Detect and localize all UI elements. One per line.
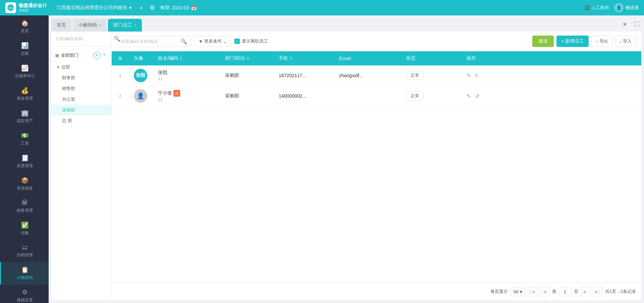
import-label: 导入 [623,38,632,44]
sidebar-item-ledger[interactable]: 📊 总账 [0,38,49,60]
user-area[interactable]: 👤 畅捷通 [614,3,639,12]
row2-email-cell [334,86,401,106]
close-tab-button[interactable]: ✕ [620,19,629,29]
sidebar-item-home[interactable]: 🏠 首页 [0,15,49,38]
col-status: 状态 [401,51,461,65]
tab-dept-employee[interactable]: 部门员工 × [108,19,142,32]
dept-search-input[interactable] [55,36,112,41]
current-page-input[interactable] [559,287,571,296]
export-button[interactable]: ↑ 导出 [591,36,612,47]
checkout-icon: ✅ [21,221,29,229]
sidebar-item-archive[interactable]: 🗂 归档管理 [0,240,49,262]
sidebar-item-reports[interactable]: 📈 云报表中心 [0,60,49,83]
tab-dept-close[interactable]: × [134,23,137,28]
col-dept[interactable]: 部门/职位 ⇅ [220,51,273,65]
dept-node-caiwu[interactable]: 财务部 [51,72,111,83]
employee-search-input[interactable] [121,39,178,44]
show-resigned-checkbox[interactable]: ✓ [234,39,240,44]
dept-tree: ⊞ 全部部门 ✎ « ▼ 总部 [51,46,111,300]
employee-toolbar: 🔍 ▼ 更多条件 ⌄ ✓ 显示离职员工 邀请 [112,32,641,51]
invite-button[interactable]: 邀请 [532,36,554,47]
add-button[interactable]: ＋ [138,4,144,12]
row2-refresh-icon[interactable]: ↺ [475,93,479,99]
collapse-tree-icon[interactable]: « [102,52,107,57]
dept-node-xiaoshou[interactable]: 销售部 [51,83,111,94]
row1-edit-icon[interactable]: ✎ [467,72,471,79]
logo-area: 好会计 畅捷通好会计 旗舰版 [5,2,54,13]
sidebar-label-xiaochang: 小畅报销 [17,275,33,281]
row1-logout-icon[interactable]: ⎋ [475,72,478,79]
import-button[interactable]: ↓ 导入 [615,36,636,47]
sidebar-item-funds[interactable]: 💰 资金管理 [0,83,49,105]
row2-name: 宁小壹 [158,90,172,96]
col-settings: ⚙ [112,51,128,65]
sidebar-item-tax[interactable]: 🏛 税务管理 [0,195,49,217]
filter-icon: ▼ [199,39,203,44]
tab-xiaochang-close[interactable]: × [99,23,101,28]
employee-table-body: 1 张熙 张熙 11 [112,65,641,106]
dept-sort-icon: ⇅ [247,56,250,60]
row1-status-cell: 正常 [401,65,461,86]
col-name[interactable]: 姓名/编码 ⇅ [153,51,220,65]
search-icon[interactable]: 🔍 [180,38,187,45]
dept-node-bangongshi[interactable]: 办公室 [51,94,111,105]
expand-tab-button[interactable]: ⛶ [632,19,641,29]
settings-button[interactable]: ⚙ [150,4,155,11]
col-email: Email [334,51,401,65]
user-name: 畅捷通 [626,5,639,11]
last-page-button[interactable]: ▶| [593,287,602,296]
dept-node-zongbu-child[interactable]: 总 部 [51,115,111,126]
expand-arrow: ▼ [57,65,60,69]
header-actions: ＋ ⚙ 账期 2023-03 📅 [138,4,197,12]
page-of-label: 页 [574,289,578,295]
calendar-icon[interactable]: 📅 [191,5,197,10]
add-label: + 新增员工 [561,38,584,44]
page-size-value: 50 [514,289,518,294]
home-icon: 🏠 [21,19,29,27]
sidebar-item-settings[interactable]: ⚙ 基础设置 [0,285,49,303]
dept-node-caigou[interactable]: 采购部 [51,105,111,115]
dept-caiwu-label: 财务部 [62,75,75,81]
prev-page-button[interactable]: ◀ [540,287,549,296]
dept-caigou-label: 采购部 [62,107,75,113]
first-page-button[interactable]: |◀ [528,287,537,296]
row2-status: 正常 [406,92,424,100]
row2-edit-icon[interactable]: ✎ [467,93,471,99]
row1-actions: ✎ ⎋ [467,72,636,79]
show-resigned-toggle[interactable]: ✓ 显示离职员工 [234,38,268,44]
dept-node-zongbu-parent[interactable]: ▼ 总部 [51,62,111,72]
col-phone[interactable]: 手机 ⇅ [273,51,334,65]
row2-name-row: 宁小壹 应 [158,90,214,97]
support-label: 人工咨询 [591,5,609,11]
employee-panel: 🔍 ▼ 更多条件 ⌄ ✓ 显示离职员工 邀请 [112,32,641,300]
support-button[interactable]: 🎧 人工咨询 [585,5,609,11]
more-filter-button[interactable]: ▼ 更多条件 ⌄ [194,36,231,47]
sidebar-label-inventory: 库存核算 [17,186,33,191]
sidebar-label-tax: 税务管理 [17,208,33,213]
edit-dept-icon[interactable]: ✎ [93,52,101,59]
period-area: 账期 2023-03 📅 [160,5,197,11]
sidebar-item-salary[interactable]: 💵 工资 [0,128,49,150]
dept-panel: 🔍 ⊞ 全部部门 ✎ « [51,32,112,300]
row1-name: 张熙 [158,70,214,76]
sidebar-item-assets[interactable]: 🏢 固定资产 [0,105,49,128]
row2-name-code: 宁小壹 应 12 [158,90,214,102]
sidebar-label-home: 首页 [21,28,29,34]
add-employee-button[interactable]: + 新增员工 [556,36,589,47]
sidebar-item-xiaochang[interactable]: 📋 小畅报销 [0,262,49,285]
sidebar-item-inventory[interactable]: 📦 库存核算 [0,173,49,195]
app-name-block: 畅捷通好会计 旗舰版 [19,3,47,13]
settings-col-icon[interactable]: ⚙ [118,56,122,61]
row1-phone: 187202117... [279,73,306,78]
sidebar-item-checkout[interactable]: ✅ 结账 [0,217,49,240]
next-page-button[interactable]: ▶ [581,287,590,296]
all-departments-header[interactable]: ⊞ 全部部门 ✎ « [51,49,111,62]
tab-home[interactable]: 首页 [51,19,71,32]
sidebar-label-archive: 归档管理 [17,252,33,258]
tab-xiaochang[interactable]: 小畅报销 × [73,19,107,32]
sidebar-item-invoice[interactable]: 🧾 发票管理 [0,150,49,173]
company-selector[interactable]: 江西服宝精品有限责任公司内账张 ▾ [57,5,131,11]
page-size-select[interactable]: 50 ▾ [511,288,525,296]
row1-avatar-cell: 张熙 [128,65,153,86]
row1-code: 11 [158,77,214,81]
